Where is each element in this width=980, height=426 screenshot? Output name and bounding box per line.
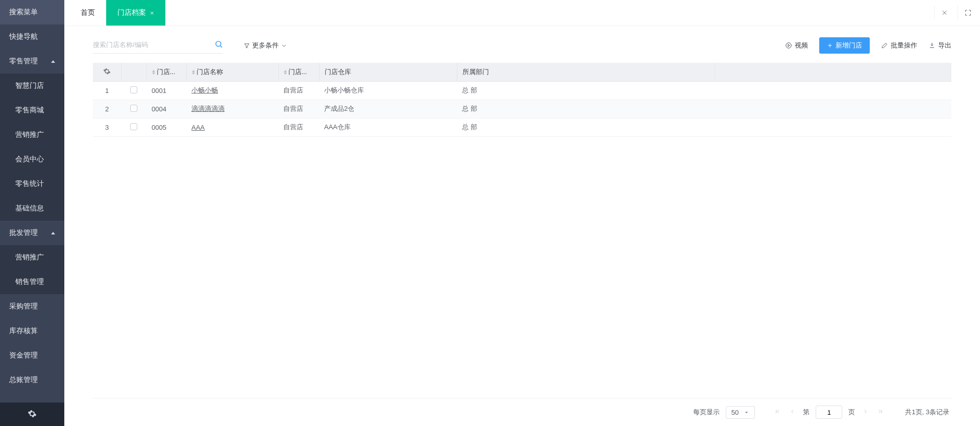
sidebar-ledger[interactable]: 总账管理	[0, 368, 64, 392]
col-code[interactable]: 门店...	[146, 63, 186, 81]
row-index: 3	[93, 118, 121, 136]
row-type: 自营店	[278, 118, 319, 136]
sidebar-member-center[interactable]: 会员中心	[0, 147, 64, 172]
row-checkbox-cell	[121, 118, 146, 136]
row-status: 正常	[715, 100, 951, 118]
sidebar-inventory[interactable]: 库存核算	[0, 319, 64, 343]
col-name[interactable]: 门店名称	[186, 63, 278, 81]
row-status: 正常	[715, 81, 951, 100]
row-name: 滴滴滴滴滴	[186, 100, 278, 118]
page-input[interactable]	[816, 406, 842, 419]
search-input[interactable]	[93, 41, 211, 49]
close-all-tabs-button[interactable]	[934, 6, 948, 20]
sidebar-wholesale-mgmt[interactable]: 批发管理	[0, 221, 64, 245]
tab-store-archive[interactable]: 门店档案 ×	[106, 0, 165, 26]
row-code: 0004	[146, 100, 186, 118]
row-index: 2	[93, 100, 121, 118]
store-name-link[interactable]: 滴滴滴滴滴	[191, 105, 225, 112]
sidebar-item-label: 零售管理	[9, 57, 38, 66]
export-button[interactable]: 导出	[928, 41, 951, 50]
play-icon	[785, 42, 792, 49]
row-code: 0005	[146, 118, 186, 136]
chevron-down-icon	[281, 42, 287, 49]
export-label: 导出	[938, 41, 951, 50]
sidebar: 搜索菜单 快捷导航 零售管理 智慧门店 零售商城 营销推广 会员中心 零售统计 …	[0, 0, 64, 426]
gear-icon	[103, 69, 111, 77]
fullscreen-button[interactable]	[958, 6, 972, 20]
page-summary: 共1页, 3条记录	[905, 408, 949, 417]
stores-table: 门店... 门店名称 门店... 门店仓库 所属部门 状态 操作 10001小畅…	[93, 63, 951, 137]
table-row: 20004滴滴滴滴滴自营店产成品2仓总 部正常	[93, 100, 951, 118]
row-name: 小畅小畅	[186, 81, 278, 100]
batch-actions-button[interactable]: 批量操作	[881, 41, 917, 50]
row-dept: 总 部	[457, 100, 715, 118]
sidebar-basic-info[interactable]: 基础信息	[0, 196, 64, 221]
col-dept: 所属部门	[457, 63, 715, 81]
sidebar-ws-marketing[interactable]: 营销推广	[0, 245, 64, 270]
search-wrap	[93, 38, 223, 54]
col-warehouse: 门店仓库	[319, 63, 457, 81]
table-header-row: 门店... 门店名称 门店... 门店仓库 所属部门 状态 操作	[93, 63, 951, 81]
row-code: 0001	[146, 81, 186, 100]
svg-point-0	[216, 41, 221, 46]
pagination-bar: 每页显示 50 第 页 共1页, 3条记录	[93, 398, 951, 426]
row-checkbox[interactable]	[130, 123, 137, 130]
page-first-button[interactable]	[773, 408, 782, 416]
toolbar: 更多条件 视频 新增门店 批量操作 导出	[93, 33, 951, 58]
close-icon[interactable]: ×	[150, 9, 154, 17]
col-checkbox	[121, 63, 146, 81]
gear-icon	[28, 409, 37, 420]
col-status[interactable]: 状态	[715, 63, 951, 81]
tab-label: 门店档案	[117, 8, 146, 17]
row-warehouse: AAA仓库	[319, 118, 457, 136]
page-last-button[interactable]	[876, 408, 885, 416]
row-type: 自营店	[278, 81, 319, 100]
row-type: 自营店	[278, 100, 319, 118]
sidebar-retail-mgmt[interactable]: 零售管理	[0, 49, 64, 74]
col-type[interactable]: 门店...	[278, 63, 319, 81]
per-page-value: 50	[731, 409, 739, 416]
edit-icon	[881, 42, 888, 49]
chevron-down-icon	[744, 410, 749, 415]
row-name: AAA	[186, 118, 278, 136]
video-link[interactable]: 视频	[785, 41, 808, 50]
page-word: 第	[803, 408, 810, 417]
sidebar-marketing[interactable]: 营销推广	[0, 123, 64, 147]
col-settings[interactable]	[93, 63, 121, 81]
row-dept: 总 部	[457, 118, 715, 136]
search-icon[interactable]	[214, 40, 223, 50]
page-prev-button[interactable]	[788, 408, 797, 416]
add-store-button[interactable]: 新增门店	[819, 37, 870, 54]
row-index: 1	[93, 81, 121, 100]
sort-icon	[192, 70, 195, 75]
sidebar-purchase-mgmt[interactable]: 采购管理	[0, 294, 64, 319]
tabs-bar: 首页 门店档案 ×	[64, 0, 980, 26]
store-name-link[interactable]: 小畅小畅	[191, 86, 218, 94]
sidebar-retail-stats[interactable]: 零售统计	[0, 172, 64, 196]
page-unit: 页	[848, 408, 855, 417]
video-label: 视频	[795, 41, 808, 50]
sort-icon	[152, 70, 155, 75]
tab-home[interactable]: 首页	[69, 0, 106, 26]
batch-label: 批量操作	[891, 41, 917, 50]
add-store-label: 新增门店	[836, 41, 862, 50]
row-status: 正常	[715, 118, 951, 136]
table-row: 10001小畅小畅自营店小畅小畅仓库总 部正常	[93, 81, 951, 100]
row-checkbox[interactable]	[130, 86, 137, 93]
filter-icon	[243, 42, 250, 49]
sidebar-funds[interactable]: 资金管理	[0, 343, 64, 368]
sort-icon	[284, 70, 287, 75]
page-next-button[interactable]	[861, 408, 870, 416]
sidebar-smart-store[interactable]: 智慧门店	[0, 74, 64, 98]
sidebar-search-menu[interactable]: 搜索菜单	[0, 0, 64, 25]
more-conditions-label: 更多条件	[252, 41, 279, 50]
sidebar-quick-nav[interactable]: 快捷导航	[0, 25, 64, 49]
store-name-link[interactable]: AAA	[191, 124, 205, 131]
sidebar-retail-mall[interactable]: 零售商城	[0, 98, 64, 123]
sidebar-ws-sales[interactable]: 销售管理	[0, 270, 64, 294]
chevron-up-icon	[51, 232, 55, 234]
more-conditions-button[interactable]: 更多条件	[243, 41, 287, 50]
sidebar-settings[interactable]	[0, 403, 64, 426]
per-page-select[interactable]: 50	[726, 406, 755, 419]
row-checkbox[interactable]	[130, 105, 137, 112]
